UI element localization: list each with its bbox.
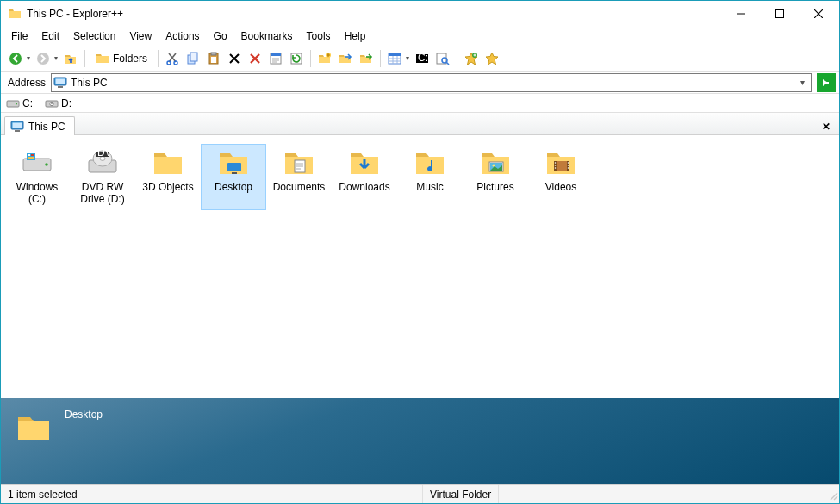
bookmarks-button[interactable] <box>482 49 501 68</box>
svg-rect-0 <box>775 10 783 18</box>
folder-dl-icon <box>347 148 382 179</box>
new-folder-button[interactable] <box>315 49 334 68</box>
titlebar: This PC - Explorer++ <box>1 1 839 27</box>
svg-rect-22 <box>56 78 65 84</box>
statusbar: 1 item selected Virtual Folder <box>1 484 839 503</box>
toolbar-separator <box>310 50 311 67</box>
item-documents[interactable]: Documents <box>266 144 332 210</box>
dvd-icon: DVD <box>85 148 120 179</box>
add-bookmark-button[interactable] <box>462 49 481 68</box>
folder-vid-icon <box>544 148 578 179</box>
terminal-button[interactable]: C:\ <box>413 49 432 68</box>
item-dvd-rw-drive-d-[interactable]: DVDDVD RW Drive (D:) <box>70 144 135 210</box>
delete-permanent-button[interactable] <box>246 49 264 68</box>
delete-button[interactable] <box>225 49 244 68</box>
svg-point-4 <box>174 61 177 65</box>
paste-button[interactable] <box>204 49 223 68</box>
menu-bookmarks[interactable]: Bookmarks <box>234 28 300 44</box>
item-desktop[interactable]: Desktop <box>201 144 266 210</box>
move-to-button[interactable] <box>357 49 376 68</box>
folders-label: Folders <box>113 53 147 65</box>
close-button[interactable] <box>799 2 837 26</box>
address-label: Address <box>4 77 46 89</box>
go-button[interactable] <box>817 73 836 92</box>
menu-selection[interactable]: Selection <box>66 28 122 44</box>
svg-rect-36 <box>31 154 34 156</box>
maximize-button[interactable] <box>760 2 799 26</box>
details-name: Desktop <box>65 408 103 420</box>
minimize-button[interactable] <box>721 2 760 26</box>
item-pictures[interactable]: Pictures <box>463 144 528 210</box>
properties-button[interactable] <box>266 49 285 68</box>
drive-c[interactable]: C: <box>6 97 33 109</box>
svg-point-54 <box>555 167 557 169</box>
up-button[interactable] <box>61 49 80 68</box>
cut-button[interactable] <box>163 49 182 68</box>
status-selection: 1 item selected <box>1 485 423 503</box>
item-label: Music <box>416 181 443 193</box>
tab-close-button[interactable]: ✕ <box>818 119 834 134</box>
item-label: Pictures <box>476 181 513 193</box>
this-pc-icon <box>53 76 67 90</box>
toolbar-separator <box>84 50 85 67</box>
address-combo[interactable]: This PC ▾ <box>51 73 812 92</box>
tab-label: This PC <box>28 121 65 133</box>
menu-file[interactable]: File <box>4 28 34 44</box>
menu-actions[interactable]: Actions <box>159 28 206 44</box>
svg-rect-9 <box>211 57 216 63</box>
item-music[interactable]: Music <box>397 144 463 210</box>
menu-go[interactable]: Go <box>207 28 234 44</box>
svg-point-2 <box>37 53 49 65</box>
forward-button[interactable] <box>34 49 53 68</box>
svg-point-3 <box>167 61 171 65</box>
svg-point-1 <box>9 53 22 65</box>
details-pane: Desktop <box>1 398 839 484</box>
drives-bar: C: D: <box>1 94 839 113</box>
resize-grip-icon[interactable] <box>825 488 839 501</box>
menu-tools[interactable]: Tools <box>300 28 338 44</box>
svg-point-56 <box>568 165 569 166</box>
item-label: 3D Objects <box>142 181 193 193</box>
refresh-button[interactable] <box>287 49 306 68</box>
menu-help[interactable]: Help <box>338 28 373 44</box>
menu-view[interactable]: View <box>122 28 159 44</box>
file-view[interactable]: Windows (C:)DVDDVD RW Drive (D:)3D Objec… <box>1 135 839 398</box>
svg-text:C:\: C:\ <box>418 52 429 64</box>
item-label: Documents <box>273 181 326 193</box>
search-button[interactable] <box>433 49 452 68</box>
folder-doc-icon <box>282 148 316 179</box>
window-title: This PC - Explorer++ <box>27 8 721 20</box>
svg-rect-11 <box>271 53 281 56</box>
item-windows-c-[interactable]: Windows (C:) <box>4 144 70 210</box>
svg-point-57 <box>568 167 569 169</box>
menubar: File Edit Selection View Actions Go Book… <box>1 27 839 46</box>
svg-rect-43 <box>227 163 241 171</box>
drive-d[interactable]: D: <box>45 97 72 109</box>
folder-pic-icon <box>478 148 513 179</box>
item-3d-objects[interactable]: 3D Objects <box>135 144 201 210</box>
folder-music-icon <box>413 148 447 179</box>
tab-bar: This PC ✕ <box>1 113 839 135</box>
views-dropdown[interactable]: ▾ <box>404 54 411 62</box>
this-pc-icon <box>10 120 24 134</box>
drive-d-label: D: <box>61 97 72 109</box>
menu-edit[interactable]: Edit <box>34 28 66 44</box>
copy-button[interactable] <box>184 49 202 68</box>
tab-this-pc[interactable]: This PC <box>4 116 75 135</box>
details-folder-icon <box>15 408 53 446</box>
item-label: DVD RW Drive (D:) <box>72 181 133 206</box>
copy-to-button[interactable] <box>336 49 355 68</box>
toolbar-separator <box>158 50 159 67</box>
svg-rect-6 <box>190 53 197 61</box>
back-dropdown[interactable]: ▾ <box>25 54 32 62</box>
item-label: Desktop <box>215 181 252 193</box>
item-videos[interactable]: Videos <box>528 144 594 210</box>
folders-toggle[interactable]: Folders <box>90 49 153 68</box>
forward-dropdown[interactable]: ▾ <box>53 54 59 62</box>
item-downloads[interactable]: Downloads <box>332 144 397 210</box>
address-text[interactable]: This PC <box>71 77 795 89</box>
views-button[interactable] <box>385 49 404 68</box>
item-label: Downloads <box>339 181 389 193</box>
address-dropdown[interactable]: ▾ <box>795 78 809 87</box>
back-button[interactable] <box>6 49 25 68</box>
